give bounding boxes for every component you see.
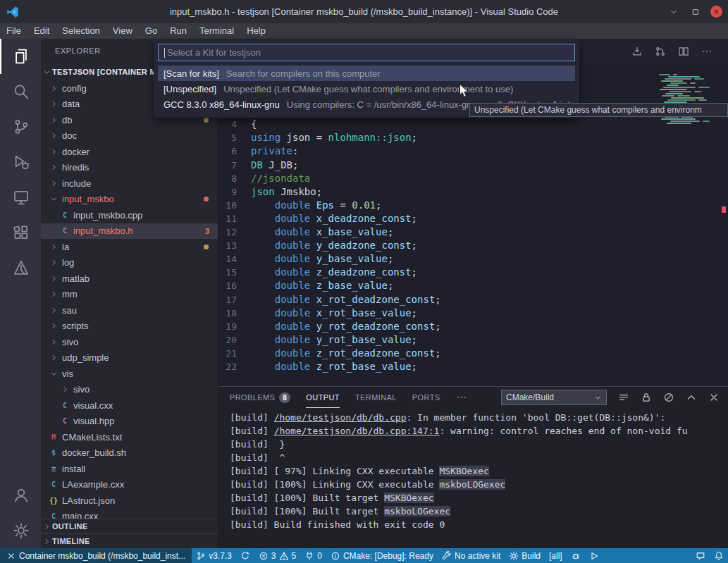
tree-item-udp_simple[interactable]: udp_simple <box>41 350 218 366</box>
split-editor-icon[interactable] <box>678 46 689 57</box>
minimap[interactable] <box>659 74 711 125</box>
tree-item-label: docker_build.sh <box>62 447 218 458</box>
tree-item-label: la <box>62 242 204 252</box>
tree-item-docker_build.sh[interactable]: $docker_build.sh <box>41 445 218 462</box>
run-debug-button[interactable] <box>0 144 41 180</box>
panel-tab-problems[interactable]: PROBLEMS8 <box>230 387 290 408</box>
chevron-right-icon <box>48 321 59 332</box>
tree-item-log[interactable]: log <box>41 255 218 271</box>
chevron-right-icon <box>48 257 59 268</box>
sync-status[interactable] <box>236 548 254 563</box>
tree-item-input_mskbo.h[interactable]: Cinput_mskbo.h3 <box>41 223 218 240</box>
tree-item-input_mskbo[interactable]: input_mskbo <box>41 192 218 208</box>
tree-item-sivo[interactable]: sivo <box>41 382 218 398</box>
tree-item-docker[interactable]: docker <box>41 144 218 160</box>
tree-item-CMakeLists.txt[interactable]: MCMakeLists.txt <box>41 429 218 445</box>
titlebar[interactable]: input_mskbo.h - testjson [Container mskb… <box>0 0 728 23</box>
build-target[interactable]: [all] <box>545 548 567 563</box>
clear-output-icon[interactable] <box>663 392 674 403</box>
tree-item-mm[interactable]: mm <box>41 287 218 303</box>
tree-item-sau[interactable]: sau <box>41 302 218 318</box>
menu-go[interactable]: Go <box>139 23 164 39</box>
files-button[interactable] <box>0 39 41 74</box>
quick-pick-input[interactable]: Select a Kit for testjson <box>158 44 575 61</box>
source-control-button[interactable] <box>0 109 41 144</box>
remote-explorer-button[interactable] <box>0 180 41 215</box>
tree-item-input_mskbo.cpp[interactable]: Cinput_mskbo.cpp <box>41 207 218 223</box>
tree-item-matlab[interactable]: matlab <box>41 271 218 287</box>
vscode-window: input_mskbo.h - testjson [Container mskb… <box>0 0 728 563</box>
file-link[interactable]: /home/testjson/db/db.cpp:147:1 <box>274 426 440 436</box>
cmake-status[interactable]: CMake: [Debug]: Ready <box>326 548 438 563</box>
version-status[interactable]: v3.7.3 <box>192 548 236 563</box>
code-line-4: 4{ <box>218 118 710 131</box>
ports-status[interactable]: 0 <box>300 548 326 563</box>
output-log[interactable]: [build] /home/testjson/db/db.cpp: In mem… <box>218 408 728 531</box>
kit-option-0[interactable]: [Scan for kits]Search for compilers on t… <box>158 66 575 81</box>
close-button[interactable] <box>710 6 722 18</box>
maximize-panel-icon[interactable] <box>686 392 697 403</box>
tree-item-LAstruct.json[interactable]: {}LAstruct.json <box>41 493 218 509</box>
menu-selection[interactable]: Selection <box>56 23 106 39</box>
settings-gear-button[interactable] <box>0 513 41 548</box>
tree-item-label: scripts <box>62 321 218 331</box>
tree-item-visual.cxx[interactable]: Cvisual.cxx <box>41 397 218 414</box>
tree-item-include[interactable]: include <box>41 175 218 192</box>
word-wrap-icon[interactable] <box>618 392 629 403</box>
kit-option-1[interactable]: [Unspecified]Unspecified (Let CMake gues… <box>158 81 575 97</box>
output-channel-select[interactable]: CMake/Build <box>501 390 607 405</box>
chevron-right-icon <box>48 146 59 157</box>
commit-graph-icon[interactable] <box>655 46 666 57</box>
download-icon[interactable] <box>631 46 643 57</box>
build-button[interactable]: Build <box>505 548 545 563</box>
lock-icon[interactable] <box>641 392 652 403</box>
file-link[interactable]: /home/testjson/db/db.cpp <box>274 412 407 423</box>
tree-item-LAexample.cxx[interactable]: CLAexample.cxx <box>41 477 218 493</box>
menu-help[interactable]: Help <box>240 23 272 39</box>
tree-item-vis[interactable]: vis <box>41 366 218 382</box>
tree-item-doc[interactable]: doc <box>41 128 218 144</box>
search-button[interactable] <box>0 74 41 109</box>
tree-item-scripts[interactable]: scripts <box>41 318 218 335</box>
menu-file[interactable]: File <box>0 23 27 39</box>
launch-button[interactable] <box>585 548 603 563</box>
tree-item-label: LAexample.cxx <box>62 479 218 490</box>
menu-edit[interactable]: Edit <box>27 23 56 39</box>
outline-section-header[interactable]: OUTLINE <box>41 519 218 533</box>
cpp-file-icon: C <box>59 211 70 219</box>
problems-status[interactable]: 35 <box>254 548 300 563</box>
line-number: 13 <box>218 239 251 252</box>
panel-tab-output[interactable]: OUTPUT <box>306 387 340 408</box>
tree-item-label: visual.cxx <box>73 400 218 411</box>
line-number: 18 <box>218 307 251 320</box>
notifications-button[interactable] <box>710 548 728 563</box>
tree-item-hiredis[interactable]: hiredis <box>41 160 218 176</box>
cmake-button[interactable] <box>0 250 41 285</box>
code-editor[interactable]: 4{5using json = nlohmann::json;6private:… <box>218 78 710 373</box>
menu-terminal[interactable]: Terminal <box>193 23 240 39</box>
more-panel-tabs-icon[interactable] <box>456 392 467 403</box>
account-button[interactable] <box>0 478 41 513</box>
minimize-button[interactable] <box>667 5 681 19</box>
more-actions-icon[interactable] <box>701 46 712 57</box>
tree-item-install[interactable]: ≡install <box>41 461 218 477</box>
debug-icon <box>571 551 581 561</box>
tree-item-sivo[interactable]: sivo <box>41 334 218 350</box>
kit-status[interactable]: No active kit <box>438 548 505 563</box>
extensions-button[interactable] <box>0 215 41 250</box>
remote-indicator[interactable]: Container mskbo_build (/mskbo_build_inst… <box>0 548 192 563</box>
panel-tab-ports[interactable]: PORTS <box>412 387 440 408</box>
chevron-right-icon <box>48 336 59 347</box>
timeline-section-header[interactable]: TIMELINE <box>41 533 218 548</box>
menu-view[interactable]: View <box>106 23 139 39</box>
maximize-button[interactable] <box>689 5 703 19</box>
tree-item-la[interactable]: la <box>41 239 218 255</box>
panel-tab-terminal[interactable]: TERMINAL <box>355 387 397 408</box>
feedback-button[interactable] <box>691 548 710 563</box>
close-panel-icon[interactable] <box>708 392 720 403</box>
menu-run[interactable]: Run <box>164 23 193 39</box>
line-number: 15 <box>218 266 251 279</box>
debug-button[interactable] <box>567 548 585 563</box>
chevron-right-icon <box>48 130 59 142</box>
tree-item-visual.hpp[interactable]: Cvisual.hpp <box>41 414 218 430</box>
